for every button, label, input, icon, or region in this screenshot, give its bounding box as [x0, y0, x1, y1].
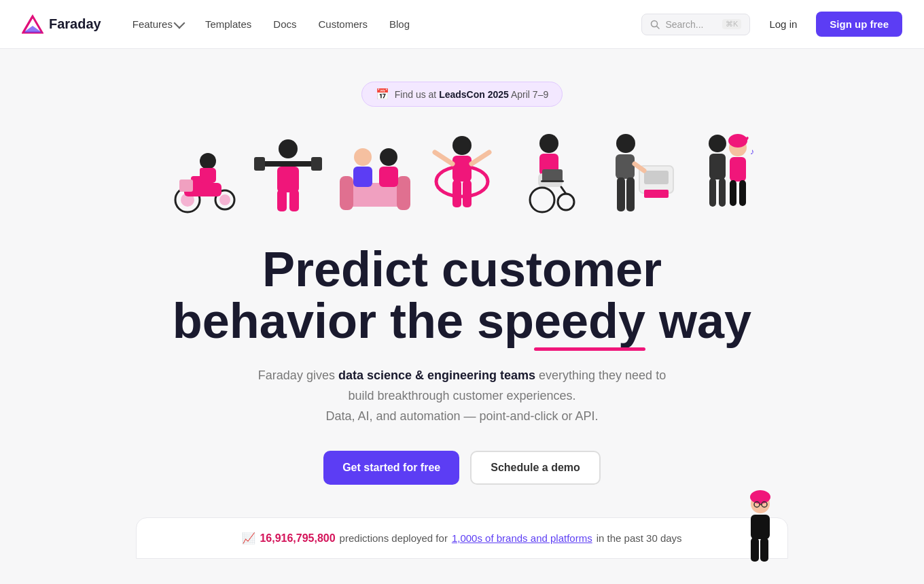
svg-rect-35	[463, 180, 472, 207]
svg-point-52	[709, 135, 726, 152]
svg-text:♪: ♪	[750, 147, 754, 156]
svg-point-36	[539, 134, 558, 153]
svg-line-33	[472, 152, 489, 164]
svg-point-12	[200, 153, 216, 169]
svg-line-49	[635, 164, 644, 171]
login-button[interactable]: Log in	[758, 13, 808, 35]
svg-rect-24	[397, 176, 410, 210]
svg-rect-26	[353, 167, 372, 187]
svg-rect-59	[730, 180, 736, 206]
hero-heading: Predict customer behavior the speedy way	[156, 244, 768, 347]
svg-rect-53	[709, 154, 726, 179]
nav-customers[interactable]: Customers	[308, 13, 377, 35]
svg-point-29	[452, 136, 472, 155]
navigation: Faraday Features Templates Docs Customer…	[0, 0, 924, 49]
nav-blog[interactable]: Blog	[380, 13, 419, 35]
svg-rect-55	[719, 178, 726, 207]
svg-rect-20	[277, 190, 287, 211]
hero-subtext: Faraday gives data science & engineering…	[251, 366, 673, 426]
svg-rect-69	[751, 538, 759, 562]
svg-rect-70	[760, 538, 768, 562]
search-placeholder: Search...	[665, 19, 703, 30]
svg-rect-58	[730, 157, 746, 182]
svg-rect-45	[644, 171, 669, 184]
svg-rect-46	[644, 190, 669, 198]
svg-line-4	[657, 26, 660, 29]
svg-text:♥: ♥	[743, 133, 749, 144]
badge-text: Find us at LeadsCon 2025 April 7–9	[395, 89, 548, 100]
illustration-row: ♥ ♪	[156, 128, 768, 217]
svg-rect-54	[709, 178, 716, 207]
illustration-printer	[595, 128, 677, 217]
svg-line-41	[561, 187, 566, 194]
corner-illustration	[726, 490, 787, 558]
schedule-demo-button[interactable]: Schedule a demo	[470, 451, 601, 485]
svg-rect-50	[617, 177, 625, 211]
svg-rect-48	[616, 154, 635, 179]
trend-icon: 📈	[242, 532, 255, 545]
logo-icon	[22, 14, 43, 35]
svg-rect-34	[452, 180, 461, 207]
logo-text: Faraday	[49, 16, 101, 32]
main-content: 📅 Find us at LeadsCon 2025 April 7–9	[0, 49, 924, 559]
illustration-couch	[334, 128, 416, 217]
svg-rect-17	[254, 157, 265, 171]
svg-point-27	[380, 148, 397, 166]
svg-rect-43	[541, 180, 564, 182]
stats-link[interactable]: 1,000s of brands and platforms	[452, 532, 592, 544]
svg-point-25	[354, 148, 372, 166]
stats-number: 16,916,795,800	[260, 532, 335, 545]
svg-rect-60	[739, 180, 746, 206]
svg-point-40	[558, 194, 574, 210]
illustration-dancing-couple: ♥ ♪	[682, 128, 764, 217]
chevron-down-icon	[173, 17, 185, 29]
stats-text-after: in the past 30 days	[597, 532, 682, 544]
hero-heading-underline: eedy	[534, 296, 645, 347]
svg-rect-19	[277, 167, 299, 192]
calendar-icon: 📅	[376, 88, 389, 101]
svg-line-32	[435, 152, 452, 164]
signup-button[interactable]: Sign up free	[816, 12, 902, 37]
svg-rect-28	[379, 167, 398, 187]
svg-point-64	[750, 490, 770, 504]
svg-point-15	[279, 139, 298, 158]
search-icon	[650, 20, 660, 29]
svg-point-39	[530, 188, 554, 212]
illustration-dancer	[421, 128, 503, 217]
nav-links: Features Templates Docs Customers Blog	[123, 13, 642, 35]
svg-rect-68	[751, 515, 770, 539]
svg-rect-51	[626, 177, 635, 211]
illustration-weightlifter	[247, 128, 329, 217]
logo[interactable]: Faraday	[22, 14, 101, 35]
event-badge[interactable]: 📅 Find us at LeadsCon 2025 April 7–9	[361, 82, 563, 107]
svg-rect-21	[289, 190, 299, 211]
nav-actions: Search... ⌘K Log in Sign up free	[641, 12, 902, 37]
nav-templates[interactable]: Templates	[196, 13, 261, 35]
svg-rect-18	[311, 157, 322, 171]
search-box[interactable]: Search... ⌘K	[641, 14, 750, 35]
svg-rect-13	[200, 168, 216, 183]
svg-rect-23	[340, 176, 353, 210]
illustration-scooter	[160, 128, 242, 217]
illustration-wheelchair	[508, 128, 590, 217]
nav-features[interactable]: Features	[123, 13, 193, 35]
get-started-button[interactable]: Get started for free	[323, 451, 459, 485]
stats-bar: 📈 16,916,795,800 predictions deployed fo…	[136, 517, 788, 559]
nav-docs[interactable]: Docs	[264, 13, 306, 35]
cta-buttons: Get started for free Schedule a demo	[323, 451, 601, 485]
svg-rect-14	[179, 179, 193, 192]
search-shortcut: ⌘K	[722, 19, 741, 29]
svg-point-8	[219, 194, 230, 205]
svg-point-47	[616, 134, 635, 153]
stats-text-before: predictions deployed for	[340, 532, 448, 544]
svg-rect-31	[452, 156, 472, 182]
svg-rect-42	[542, 169, 563, 182]
